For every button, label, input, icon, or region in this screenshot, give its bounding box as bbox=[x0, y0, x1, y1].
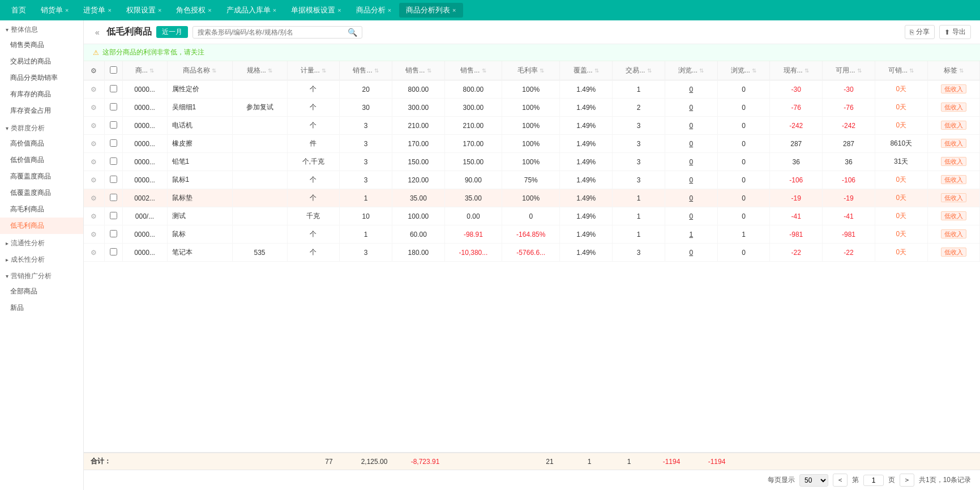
row-available: -22 bbox=[823, 244, 875, 262]
row-checkbox[interactable] bbox=[104, 80, 122, 99]
row-settings[interactable]: ⚙ bbox=[84, 117, 104, 135]
sidebar-group-circulation[interactable]: ▸ 流通性分析 bbox=[0, 234, 83, 250]
row-browse1[interactable]: 0 bbox=[665, 244, 717, 262]
sidebar-collapse-button[interactable]: « bbox=[93, 28, 102, 37]
row-settings[interactable]: ⚙ bbox=[84, 189, 104, 207]
row-sales-amount: 120.00 bbox=[392, 171, 445, 189]
settings-column-header[interactable]: ⚙ bbox=[84, 61, 104, 80]
row-checkbox[interactable] bbox=[104, 117, 122, 135]
export-button[interactable]: ⬆ 导出 bbox=[939, 25, 971, 39]
row-settings[interactable]: ⚙ bbox=[84, 99, 104, 117]
row-trade: 3 bbox=[613, 244, 665, 262]
row-unit: 千克 bbox=[287, 207, 340, 225]
unit-column-header: 计量... ⇅ bbox=[287, 61, 340, 80]
trade-column-header: 交易... ⇅ bbox=[613, 61, 665, 80]
nav-product-entry[interactable]: 产成品入库单 × bbox=[220, 3, 283, 18]
nav-close-icon[interactable]: × bbox=[158, 7, 161, 14]
filter-recent-month-button[interactable]: 近一月 bbox=[156, 26, 188, 38]
sidebar-item-new-products[interactable]: 新品 bbox=[0, 300, 83, 316]
page-number-input[interactable] bbox=[863, 475, 884, 486]
sidebar-item-high-value[interactable]: 高价值商品 bbox=[0, 135, 83, 152]
row-checkbox[interactable] bbox=[104, 171, 122, 189]
row-checkbox[interactable] bbox=[104, 225, 122, 244]
share-button[interactable]: ⎘ 分享 bbox=[905, 25, 935, 39]
sidebar-group-cluster[interactable]: ▾ 类群度分析 bbox=[0, 119, 83, 135]
sidebar-item-inventory-products[interactable]: 有库存的商品 bbox=[0, 86, 83, 103]
row-cover-rate: 1.49% bbox=[560, 80, 613, 99]
sidebar-item-sales-products[interactable]: 销售类商品 bbox=[0, 37, 83, 53]
row-browse1[interactable]: 1 bbox=[665, 225, 717, 244]
sidebar-item-low-coverage[interactable]: 低覆盖度商品 bbox=[0, 185, 83, 201]
row-browse1[interactable]: 0 bbox=[665, 135, 717, 153]
row-settings[interactable]: ⚙ bbox=[84, 244, 104, 262]
search-icon[interactable]: 🔍 bbox=[348, 28, 357, 37]
prev-page-button[interactable]: ＜ bbox=[833, 474, 848, 487]
sidebar-item-high-coverage[interactable]: 高覆盖度商品 bbox=[0, 168, 83, 185]
row-trade: 1 bbox=[613, 189, 665, 207]
row-settings[interactable]: ⚙ bbox=[84, 135, 104, 153]
row-settings[interactable]: ⚙ bbox=[84, 207, 104, 225]
nav-sales-order[interactable]: 销货单 × bbox=[34, 3, 75, 18]
nav-role-auth[interactable]: 角色授权 × bbox=[169, 3, 218, 18]
search-input[interactable] bbox=[198, 28, 345, 36]
checkbox-column-header[interactable] bbox=[104, 61, 122, 80]
row-browse1[interactable]: 0 bbox=[665, 189, 717, 207]
row-settings[interactable]: ⚙ bbox=[84, 225, 104, 244]
row-browse1[interactable]: 0 bbox=[665, 171, 717, 189]
row-browse1[interactable]: 0 bbox=[665, 207, 717, 225]
row-current: -76 bbox=[770, 99, 823, 117]
next-page-button[interactable]: ＞ bbox=[900, 474, 914, 487]
row-settings[interactable]: ⚙ bbox=[84, 171, 104, 189]
nav-close-icon[interactable]: × bbox=[388, 7, 391, 14]
page-size-select[interactable]: 50 20 100 bbox=[799, 474, 828, 487]
sidebar-item-inventory-capital[interactable]: 库存资金占用 bbox=[0, 103, 83, 119]
row-checkbox[interactable] bbox=[104, 135, 122, 153]
row-settings[interactable]: ⚙ bbox=[84, 153, 104, 171]
row-browse1[interactable]: 0 bbox=[665, 153, 717, 171]
row-settings[interactable]: ⚙ bbox=[84, 80, 104, 99]
sidebar-item-all-products[interactable]: 全部商品 bbox=[0, 283, 83, 300]
row-checkbox[interactable] bbox=[104, 153, 122, 171]
select-all-checkbox[interactable] bbox=[110, 66, 117, 74]
row-checkbox[interactable] bbox=[104, 244, 122, 262]
sidebar-item-low-value[interactable]: 低价值商品 bbox=[0, 152, 83, 168]
table-row: ⚙ 0002... 鼠标垫 个 1 35.00 35.00 100% 1.49%… bbox=[84, 189, 980, 207]
row-current: 36 bbox=[770, 153, 823, 171]
row-trade: 3 bbox=[613, 153, 665, 171]
export-icon: ⬆ bbox=[944, 28, 950, 36]
sidebar-item-traded-products[interactable]: 交易过的商品 bbox=[0, 53, 83, 70]
nav-close-icon[interactable]: × bbox=[208, 7, 211, 14]
nav-home[interactable]: 首页 bbox=[5, 3, 33, 18]
nav-close-icon[interactable]: × bbox=[65, 7, 69, 14]
row-browse1[interactable]: 0 bbox=[665, 80, 717, 99]
sidebar-group-growth[interactable]: ▸ 成长性分析 bbox=[0, 250, 83, 267]
nav-close-icon[interactable]: × bbox=[337, 7, 341, 14]
row-name: 吴细细1 bbox=[167, 99, 232, 117]
row-current: -41 bbox=[770, 207, 823, 225]
nav-close-icon[interactable]: × bbox=[452, 7, 456, 14]
sidebar-group-overall[interactable]: ▾ 整体信息 bbox=[0, 20, 83, 37]
page-size-label: 每页显示 bbox=[768, 475, 795, 485]
nav-close-icon[interactable]: × bbox=[108, 7, 111, 14]
nav-close-icon[interactable]: × bbox=[273, 7, 276, 14]
row-cover-rate: 1.49% bbox=[560, 225, 613, 244]
sidebar-group-marketing[interactable]: ▾ 营销推广分析 bbox=[0, 267, 83, 283]
nav-purchase-order[interactable]: 进货单 × bbox=[76, 3, 118, 18]
nav-template-settings[interactable]: 单据模板设置 × bbox=[284, 3, 348, 18]
nav-product-analysis-list[interactable]: 商品分析列表 × bbox=[399, 3, 463, 18]
sidebar-item-high-margin[interactable]: 高毛利商品 bbox=[0, 201, 83, 218]
row-sales-count: 10 bbox=[340, 207, 392, 225]
row-browse1[interactable]: 0 bbox=[665, 117, 717, 135]
row-sales-amount: 210.00 bbox=[392, 117, 445, 135]
row-checkbox[interactable] bbox=[104, 99, 122, 117]
nav-product-analysis[interactable]: 商品分析 × bbox=[349, 3, 398, 18]
row-checkbox[interactable] bbox=[104, 189, 122, 207]
sidebar-item-category-assist-rate[interactable]: 商品分类助销率 bbox=[0, 70, 83, 86]
row-saleable: 0天 bbox=[875, 99, 927, 117]
row-sales-profit: 170.00 bbox=[444, 135, 502, 153]
row-browse1[interactable]: 0 bbox=[665, 99, 717, 117]
row-checkbox[interactable] bbox=[104, 207, 122, 225]
sidebar-item-low-margin[interactable]: 低毛利商品 bbox=[0, 218, 83, 234]
nav-permission-settings[interactable]: 权限设置 × bbox=[119, 3, 168, 18]
row-sales-amount: 150.00 bbox=[392, 153, 445, 171]
